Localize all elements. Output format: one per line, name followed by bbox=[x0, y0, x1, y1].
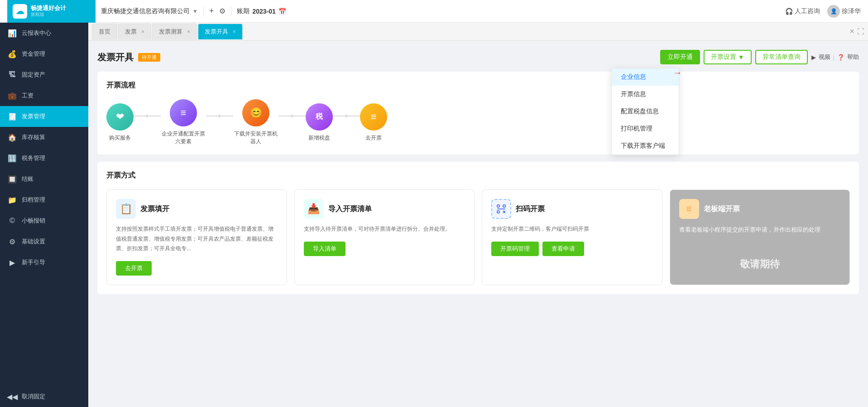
shuiwu-icon: 🔢 bbox=[7, 153, 17, 163]
company-selector[interactable]: 重庆畅捷交通信息咨询有限公司 ▼ bbox=[101, 7, 198, 15]
sidebar-label-gongzi: 工资 bbox=[22, 92, 34, 100]
logo-title: 畅捷通好会计 bbox=[31, 5, 66, 12]
method-desc-fill: 支持按照发票样式手工填开发票；可开具增值税电子普通发票、增值税普通发票、增值税专… bbox=[116, 224, 278, 254]
sidebar-label-kucun: 库存核算 bbox=[22, 133, 45, 141]
page-title: 发票开具 bbox=[97, 51, 134, 63]
abnormal-button[interactable]: 异常清单查询 bbox=[755, 50, 808, 64]
headset-icon: 🎧 bbox=[785, 8, 793, 15]
activate-button[interactable]: 立即开通 bbox=[660, 50, 700, 64]
divider-help: | bbox=[833, 54, 834, 61]
dropdown-item-kaipiaoxinxi[interactable]: 开票信息 bbox=[612, 86, 679, 103]
method-btn-import[interactable]: 导入清单 bbox=[304, 242, 345, 256]
sidebar-label-xiaochangbaoxiao: 小畅报销 bbox=[22, 217, 45, 225]
dropdown-item-qiyexinxi[interactable]: 企业信息 bbox=[612, 68, 679, 86]
sidebar-item-gongzi[interactable]: 💼 工资 bbox=[0, 85, 88, 106]
flow-step-3: 😊 下载并安装开票机器人 bbox=[233, 99, 278, 145]
avatar: 👤 bbox=[827, 5, 840, 18]
flow-step-label-1: 购买服务 bbox=[109, 134, 131, 142]
help-label[interactable]: 帮助 bbox=[847, 53, 859, 61]
jichushezhi-icon: ⚙ bbox=[7, 237, 17, 247]
sidebar-item-xiaochangbaoxiao[interactable]: © 小畅报销 bbox=[0, 210, 88, 231]
method-btn-fill[interactable]: 去开票 bbox=[116, 261, 152, 276]
setting-button[interactable]: 开票设置 ▼ bbox=[704, 50, 752, 64]
flow-step-icon-4: 税 bbox=[306, 103, 333, 131]
svg-rect-2 bbox=[497, 211, 499, 213]
calendar-icon[interactable]: 📅 bbox=[278, 8, 286, 15]
consult-label: 人工咨询 bbox=[795, 7, 820, 15]
quxiaogudingzichan-icon: ◀◀ bbox=[7, 392, 17, 402]
method-cards: 📋 发票填开 支持按照发票样式手工填开发票；可开具增值税电子普通发票、增值税普通… bbox=[106, 189, 850, 285]
tab-fapiaokaiju[interactable]: 发票开具 × bbox=[198, 24, 243, 40]
top-bar: ☁ 畅捷通好会计 旗舰版 重庆畅捷交通信息咨询有限公司 ▼ + ⚙ 账期 202… bbox=[0, 0, 868, 23]
sidebar-label-jiezhang: 结账 bbox=[22, 175, 34, 183]
top-right: 🎧 人工咨询 👤 徐泽华 bbox=[785, 5, 861, 18]
user-menu[interactable]: 👤 徐泽华 bbox=[827, 5, 861, 18]
add-button[interactable]: + bbox=[209, 6, 214, 16]
method-desc-boss: 查看老板端小程序提交的开票申请，并作出相应的处理 bbox=[679, 224, 841, 235]
sidebar-label-quxiaogudingzichan: 取消固定 bbox=[22, 392, 45, 401]
flow-step-label-4: 新增税盘 bbox=[308, 134, 330, 142]
dropdown-item-dayinji[interactable]: 打印机管理 bbox=[612, 120, 679, 137]
flow-step-icon-1: ❤ bbox=[106, 103, 134, 131]
flow-step-label-5: 去开票 bbox=[365, 134, 382, 142]
tab-fapiaokaiju-close[interactable]: × bbox=[233, 29, 236, 34]
sidebar-item-jiezhang[interactable]: 🔲 结账 bbox=[0, 169, 88, 189]
flow-step-2: ≡ 企业开通配置开票六要素 bbox=[161, 99, 206, 145]
company-name: 重庆畅捷交通信息咨询有限公司 bbox=[101, 7, 190, 15]
setting-dropdown-menu: → 企业信息 开票信息 配置税盘信息 打印机管理 下载开票客户端 bbox=[611, 68, 679, 155]
tab-close-all[interactable]: × bbox=[849, 27, 854, 36]
method-icon-boss: ≡ bbox=[679, 199, 699, 219]
sidebar-item-xinshoudaoyou[interactable]: ▶ 新手引导 bbox=[0, 252, 88, 273]
method-header-import: 📥 导入开票清单 bbox=[304, 199, 465, 219]
tab-fapiaokaiju-label: 发票开具 bbox=[205, 28, 228, 36]
sidebar-label-yunbao: 云报表中心 bbox=[22, 29, 51, 37]
flow-section-title: 开票流程 bbox=[106, 81, 850, 90]
method-card-scan: 扫码开票 支持定制开票二维码，客户端可扫码开票 开票码管理 查看申请 bbox=[482, 189, 662, 285]
sidebar-item-fapiao[interactable]: 🧾 发票管理 bbox=[0, 106, 88, 127]
setting-button-label: 开票设置 bbox=[711, 53, 736, 61]
dropdown-item-peizhi[interactable]: 配置税盘信息 bbox=[612, 103, 679, 120]
method-header-boss: ≡ 老板端开票 bbox=[679, 199, 841, 219]
fapiao-icon: 🧾 bbox=[7, 111, 17, 121]
method-title-scan: 扫码开票 bbox=[516, 204, 545, 214]
sidebar-item-gudingzichan[interactable]: 🏗 固定资产 bbox=[0, 64, 88, 85]
guidang-icon: 📁 bbox=[7, 195, 17, 205]
tab-fapiaocesuan-close[interactable]: × bbox=[187, 29, 190, 34]
flow-step-icon-3: 😊 bbox=[242, 99, 269, 126]
method-btn-scan-view[interactable]: 查看申请 bbox=[542, 242, 584, 256]
zijin-icon: 💰 bbox=[7, 49, 17, 59]
tab-fapiao-close[interactable]: × bbox=[141, 29, 144, 34]
sidebar-label-jichushezhi: 基础设置 bbox=[22, 237, 45, 246]
consult-button[interactable]: 🎧 人工咨询 bbox=[785, 7, 820, 15]
dropdown-item-download[interactable]: 下载开票客户端 bbox=[612, 137, 679, 155]
tab-home-label: 首页 bbox=[99, 28, 110, 36]
xiaochangbaoxiao-icon: © bbox=[7, 216, 17, 226]
sidebar-label-guidang: 归档管理 bbox=[22, 196, 45, 204]
sidebar-item-zijin[interactable]: 💰 资金管理 bbox=[0, 44, 88, 64]
question-icon: ❓ bbox=[837, 54, 844, 61]
sidebar-item-shuiwu[interactable]: 🔢 税务管理 bbox=[0, 148, 88, 169]
sidebar-item-guidang[interactable]: 📁 归档管理 bbox=[0, 189, 88, 210]
flow-section: 开票流程 ❤ 购买服务 ≡ 企业开通配置开票六要素 bbox=[97, 72, 859, 155]
tab-expand[interactable]: ⛶ bbox=[857, 28, 864, 36]
sidebar-item-yunbao[interactable]: 📊 云报表中心 bbox=[0, 23, 88, 44]
method-desc-scan: 支持定制开票二维码，客户端可扫码开票 bbox=[491, 224, 653, 234]
video-label[interactable]: 视频 bbox=[819, 53, 830, 61]
sidebar-item-quxiaogudingzichan[interactable]: ◀◀ 取消固定 bbox=[0, 386, 88, 407]
play-icon[interactable]: ▶ bbox=[811, 54, 816, 61]
divider-2 bbox=[231, 7, 231, 16]
method-section-title: 开票方式 bbox=[106, 171, 850, 180]
tab-fapiao[interactable]: 发票 × bbox=[118, 24, 151, 40]
sidebar-item-kucun[interactable]: 🏠 库存核算 bbox=[0, 127, 88, 148]
page-title-area: 发票开具 待开通 bbox=[97, 51, 160, 63]
method-btn-scan-manage[interactable]: 开票码管理 bbox=[491, 242, 539, 256]
sidebar-item-jichushezhi[interactable]: ⚙ 基础设置 bbox=[0, 231, 88, 252]
method-desc-import: 支持导入待开票清单，可对待开票清单进行拆分、合并处理。 bbox=[304, 224, 465, 234]
settings-button[interactable]: ⚙ bbox=[219, 7, 225, 15]
tab-home[interactable]: 首页 bbox=[92, 24, 117, 40]
red-arrow-indicator: → bbox=[673, 68, 682, 78]
tab-fapiaocesuan[interactable]: 发票测算 × bbox=[152, 24, 197, 40]
svg-rect-0 bbox=[497, 205, 499, 207]
method-card-fill: 📋 发票填开 支持按照发票样式手工填开发票；可开具增值税电子普通发票、增值税普通… bbox=[106, 189, 287, 285]
sidebar-label-shuiwu: 税务管理 bbox=[22, 154, 45, 162]
